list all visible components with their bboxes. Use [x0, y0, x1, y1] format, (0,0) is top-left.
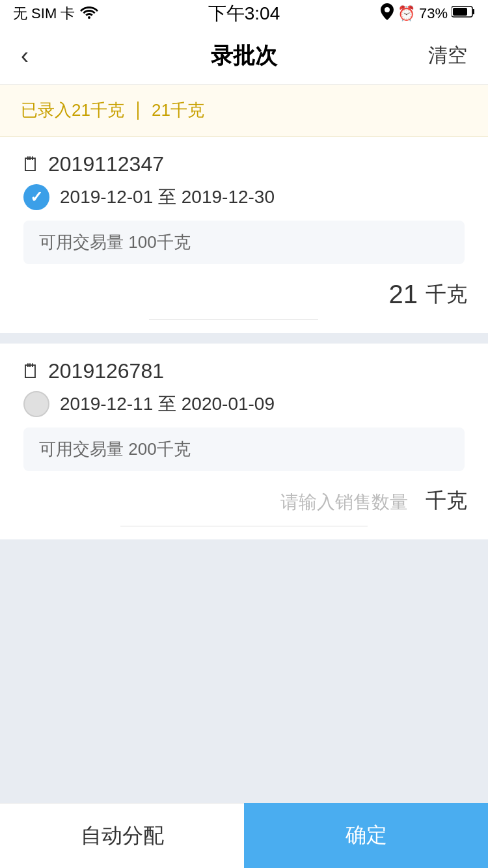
- quantity-input[interactable]: [21, 489, 418, 513]
- carrier-text: 无 SIM 卡: [13, 4, 75, 23]
- status-right: ⏰ 73%: [381, 3, 475, 24]
- back-button[interactable]: ‹: [21, 42, 60, 70]
- batch-2-unit: 千克: [426, 487, 467, 515]
- battery-text: 73%: [419, 5, 448, 22]
- section-divider-1: [0, 333, 488, 344]
- batch-1-icon: 🗒: [21, 154, 40, 176]
- batch-1-available-box: 可用交易量 100千克: [23, 221, 465, 264]
- check-icon: ✓: [30, 188, 43, 206]
- svg-rect-2: [453, 8, 467, 16]
- wifi-icon: [80, 5, 98, 23]
- batch-2-id: 2019126781: [48, 359, 164, 383]
- batch-1-divider: [149, 319, 318, 320]
- svg-rect-1: [472, 9, 474, 14]
- batch-1-date: 2019-12-01 至 2019-12-30: [60, 185, 275, 210]
- info-label: 已录入21千克: [21, 99, 124, 122]
- batch-2-available-box: 可用交易量 200千克: [23, 427, 465, 471]
- batch-2-section: 🗒 2019126781 2019-12-11 至 2020-01-09 可用交…: [0, 344, 488, 539]
- info-divider: [137, 102, 139, 120]
- batch-2-available: 可用交易量 200千克: [39, 439, 191, 459]
- batch-2-icon: 🗒: [21, 360, 40, 383]
- info-banner: 已录入21千克 21千克: [0, 85, 488, 137]
- location-icon: [381, 3, 394, 24]
- batch-2-date: 2019-12-11 至 2020-01-09: [60, 392, 275, 416]
- batch-1-item: 🗒 2019112347 ✓ 2019-12-01 至 2019-12-30 可…: [0, 137, 488, 264]
- status-time: 下午3:04: [208, 1, 280, 26]
- batch-1-quantity: 21: [389, 280, 418, 309]
- confirm-button[interactable]: 确定: [244, 803, 488, 868]
- clear-button[interactable]: 清空: [428, 42, 467, 69]
- batch-2-header: 🗒 2019126781: [21, 359, 467, 383]
- batch-1-unit: 千克: [426, 280, 467, 309]
- nav-bar: ‹ 录批次 清空: [0, 27, 488, 85]
- batch-2-input-row[interactable]: 千克: [0, 471, 488, 526]
- auto-distribute-button[interactable]: 自动分配: [0, 803, 244, 868]
- batch-1-header: 🗒 2019112347: [21, 152, 467, 176]
- info-value: 21千克: [152, 99, 204, 122]
- status-bar: 无 SIM 卡 下午3:04 ⏰ 73%: [0, 0, 488, 27]
- batch-1-date-row[interactable]: ✓ 2019-12-01 至 2019-12-30: [21, 184, 467, 210]
- batch-2-divider: [120, 526, 368, 526]
- batch-1-radio[interactable]: ✓: [23, 184, 49, 210]
- batch-1-underline-wrapper: [0, 319, 488, 333]
- batch-1-available: 可用交易量 100千克: [39, 232, 191, 252]
- batch-2-date-row[interactable]: 2019-12-11 至 2020-01-09: [21, 391, 467, 417]
- batch-2-item: 🗒 2019126781 2019-12-11 至 2020-01-09 可用交…: [0, 344, 488, 471]
- batch-2-radio[interactable]: [23, 391, 49, 417]
- batch-1-quantity-row: 21 千克: [0, 264, 488, 319]
- page-title: 录批次: [211, 41, 277, 71]
- batch-1-id: 2019112347: [48, 152, 164, 176]
- battery-icon: [452, 5, 475, 22]
- batch-1-section: 🗒 2019112347 ✓ 2019-12-01 至 2019-12-30 可…: [0, 137, 488, 333]
- bottom-bar: 自动分配 确定: [0, 803, 488, 868]
- status-left: 无 SIM 卡: [13, 4, 98, 23]
- alarm-icon: ⏰: [398, 5, 415, 22]
